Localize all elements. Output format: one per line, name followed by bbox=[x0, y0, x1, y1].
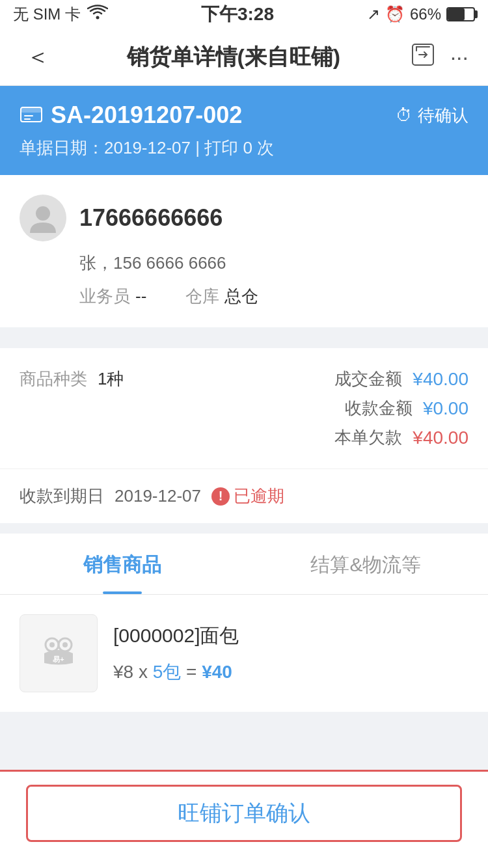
tab-section: 销售商品 结算&物流等 易+ [0000002]面包 ¥8 x bbox=[0, 534, 488, 712]
due-date-value: 2019-12-07 bbox=[115, 486, 201, 506]
customer-avatar bbox=[20, 195, 66, 241]
status-time: 下午3:28 bbox=[201, 2, 274, 27]
outstanding-row: 本单欠款 ¥40.00 bbox=[334, 426, 468, 449]
carrier-text: 无 SIM 卡 bbox=[13, 4, 81, 25]
status-left: 无 SIM 卡 bbox=[13, 4, 108, 25]
svg-point-6 bbox=[36, 206, 50, 221]
svg-point-9 bbox=[49, 642, 55, 647]
overdue-icon: ! bbox=[211, 487, 230, 506]
wifi-icon bbox=[87, 5, 108, 24]
transaction-amount-row: 成交金额 ¥40.00 bbox=[334, 368, 468, 390]
warehouse-label: 仓库 bbox=[185, 285, 219, 308]
summary-row: 商品种类 1种 成交金额 ¥40.00 收款金额 ¥0.00 本单欠款 ¥40.… bbox=[20, 368, 468, 449]
alarm-icon: ⏰ bbox=[385, 5, 405, 23]
overdue-badge: ! 已逾期 bbox=[211, 485, 284, 508]
confirm-button[interactable]: 旺铺订单确认 bbox=[26, 785, 462, 842]
outstanding-label: 本单欠款 bbox=[334, 426, 402, 449]
customer-meta: 业务员 -- 仓库 总仓 bbox=[20, 285, 468, 308]
order-id-row: SA-20191207-002 ⏱ 待确认 bbox=[20, 102, 468, 129]
order-icon bbox=[20, 102, 43, 129]
nav-bar: ＜ 销货单详情(来自旺铺) ··· bbox=[0, 29, 488, 86]
salesperson-field: 业务员 -- bbox=[79, 285, 146, 308]
tab-settlement[interactable]: 结算&物流等 bbox=[244, 534, 488, 594]
battery-percent: 66% bbox=[410, 5, 441, 23]
tab-bar: 销售商品 结算&物流等 bbox=[0, 534, 488, 595]
customer-card: 17666666666 张，156 6666 6666 业务员 -- 仓库 总仓 bbox=[0, 175, 488, 327]
product-types-label: 商品种类 bbox=[20, 368, 87, 390]
status-bar: 无 SIM 卡 下午3:28 ↗ ⏰ 66% bbox=[0, 0, 488, 29]
transaction-amount-value: ¥40.00 bbox=[413, 369, 468, 390]
product-logo-icon: 易+ bbox=[33, 631, 85, 677]
back-button[interactable]: ＜ bbox=[20, 34, 56, 79]
amounts-section: 成交金额 ¥40.00 收款金额 ¥0.00 本单欠款 ¥40.00 bbox=[334, 368, 468, 449]
order-header: SA-20191207-002 ⏱ 待确认 单据日期：2019-12-07 | … bbox=[0, 86, 488, 175]
salesperson-value: -- bbox=[135, 286, 146, 306]
divider-1 bbox=[0, 338, 488, 348]
product-info: [0000002]面包 ¥8 x 5包 = ¥40 bbox=[113, 623, 468, 685]
tab-sales[interactable]: 销售商品 bbox=[0, 534, 244, 594]
product-name: [0000002]面包 bbox=[113, 623, 468, 649]
product-types-value: 1种 bbox=[98, 368, 124, 390]
warehouse-value: 总仓 bbox=[224, 285, 258, 308]
location-icon: ↗ bbox=[367, 5, 380, 23]
battery-icon bbox=[446, 7, 475, 21]
warehouse-field: 仓库 总仓 bbox=[185, 285, 258, 308]
product-price: ¥8 x 5包 = ¥40 bbox=[113, 660, 468, 685]
order-id: SA-20191207-002 bbox=[20, 102, 242, 129]
price-formula: ¥8 x bbox=[113, 662, 148, 682]
order-status: ⏱ 待确认 bbox=[396, 104, 468, 127]
product-qty: 5包 bbox=[153, 662, 182, 682]
received-amount-label: 收款金额 bbox=[345, 397, 413, 420]
due-date-section: 收款到期日 2019-12-07 ! 已逾期 bbox=[0, 468, 488, 523]
product-image: 易+ bbox=[20, 614, 98, 692]
more-icon[interactable]: ··· bbox=[450, 44, 468, 70]
customer-header: 17666666666 bbox=[20, 195, 468, 241]
equals-sign: = bbox=[186, 662, 197, 682]
transaction-amount-label: 成交金额 bbox=[334, 368, 402, 390]
outstanding-value: ¥40.00 bbox=[413, 427, 468, 448]
product-types-field: 商品种类 1种 bbox=[20, 368, 124, 390]
due-date-label: 收款到期日 bbox=[20, 485, 104, 508]
bottom-bar: 旺铺订单确认 bbox=[0, 770, 488, 868]
svg-point-0 bbox=[96, 16, 100, 20]
customer-name: 张，156 6666 6666 bbox=[20, 252, 468, 275]
order-date: 单据日期：2019-12-07 | 打印 0 次 bbox=[20, 137, 468, 159]
svg-text:易+: 易+ bbox=[53, 655, 64, 663]
clock-icon: ⏱ bbox=[396, 105, 413, 126]
overdue-text: 已逾期 bbox=[234, 485, 284, 508]
customer-phone: 17666666666 bbox=[79, 204, 223, 232]
received-amount-value: ¥0.00 bbox=[423, 398, 468, 419]
share-icon[interactable] bbox=[411, 43, 435, 72]
received-amount-row: 收款金额 ¥0.00 bbox=[345, 397, 468, 420]
svg-point-10 bbox=[62, 642, 68, 647]
status-right: ↗ ⏰ 66% bbox=[367, 5, 475, 23]
page-title: 销货单详情(来自旺铺) bbox=[127, 42, 341, 72]
salesperson-label: 业务员 bbox=[79, 285, 130, 308]
product-total: ¥40 bbox=[202, 662, 232, 682]
product-item: 易+ [0000002]面包 ¥8 x 5包 = ¥40 bbox=[0, 595, 488, 712]
summary-card: 商品种类 1种 成交金额 ¥40.00 收款金额 ¥0.00 本单欠款 ¥40.… bbox=[0, 348, 488, 468]
nav-actions: ··· bbox=[411, 43, 468, 72]
svg-rect-3 bbox=[21, 107, 42, 113]
